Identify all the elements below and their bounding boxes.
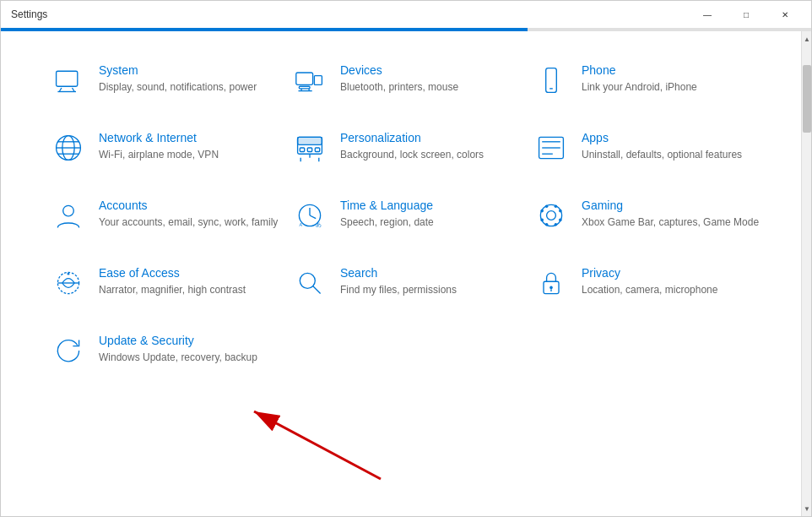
close-button[interactable]: ✕ [766,1,804,28]
network-desc: Wi-Fi, airplane mode, VPN [99,148,284,162]
svg-rect-24 [315,148,319,152]
gaming-icon [534,199,568,232]
svg-point-51 [549,286,553,290]
svg-line-49 [313,286,321,294]
setting-item-privacy[interactable]: Privacy Location, camera, microphone [534,249,776,317]
scroll-up-arrow[interactable]: ▲ [802,31,811,46]
svg-rect-5 [314,76,322,85]
gaming-desc: Xbox Game Bar, captures, Game Mode [582,215,767,230]
accounts-desc: Your accounts, email, sync, work, family [99,215,284,230]
gaming-title: Gaming [582,199,767,212]
scrollbar[interactable]: ▲ ▼ [801,31,811,516]
ease-title: Ease of Access [99,266,284,280]
setting-item-accounts[interactable]: Accounts Your accounts, email, sync, wor… [51,182,293,249]
scroll-down-arrow[interactable]: ▼ [802,501,811,516]
setting-item-network[interactable]: Network & Internet Wi-Fi, airplane mode,… [51,114,293,182]
svg-rect-4 [296,73,313,84]
update-icon [51,334,85,367]
svg-point-35 [540,204,561,226]
network-text: Network & Internet Wi-Fi, airplane mode,… [99,131,284,162]
search-title: Search [340,266,526,280]
svg-line-32 [310,215,316,219]
setting-item-devices[interactable]: Devices Bluetooth, printers, mouse [293,46,534,114]
svg-point-42 [559,219,562,222]
personalization-icon [293,131,327,165]
setting-item-ease[interactable]: Ease of Access Narrator, magnifier, high… [51,249,293,317]
update-text: Update & Security Windows Update, recove… [99,334,284,365]
setting-item-personalization[interactable]: Personalization Background, lock screen,… [293,114,534,182]
ease-icon [51,266,85,300]
setting-item-gaming[interactable]: Gaming Xbox Game Bar, captures, Game Mod… [534,182,776,249]
privacy-icon [534,266,568,300]
time-text: Time & Language Speech, region, date [340,199,526,230]
setting-item-phone[interactable]: Phone Link your Android, iPhone [534,46,776,114]
system-text: System Display, sound, notifications, po… [99,63,284,95]
svg-point-38 [555,204,558,208]
main-area: System Display, sound, notifications, po… [1,31,801,516]
devices-text: Devices Bluetooth, printers, mouse [340,63,526,95]
apps-icon [534,131,568,165]
update-title: Update & Security [99,334,284,347]
window-controls: — □ ✕ [688,1,804,28]
svg-rect-18 [298,137,322,144]
apps-title: Apps [582,131,767,144]
phone-text: Phone Link your Android, iPhone [582,63,767,95]
devices-title: Devices [340,63,526,77]
svg-rect-6 [299,86,310,89]
system-title: System [99,63,284,77]
svg-point-44 [555,223,558,226]
content-area: System Display, sound, notifications, po… [1,31,811,516]
svg-point-40 [559,210,562,213]
accounts-text: Accounts Your accounts, email, sync, wor… [99,199,284,230]
svg-line-2 [73,88,75,92]
svg-point-47 [68,273,70,275]
svg-rect-23 [307,148,311,152]
svg-point-41 [540,219,544,222]
privacy-title: Privacy [582,266,767,280]
setting-item-system[interactable]: System Display, sound, notifications, po… [51,46,293,114]
search-icon [293,266,327,300]
gaming-text: Gaming Xbox Game Bar, captures, Game Mod… [582,199,767,230]
accounts-icon [51,199,85,232]
svg-text:あ: あ [316,220,322,228]
time-desc: Speech, region, date [340,215,526,230]
update-desc: Windows Update, recovery, backup [99,351,284,365]
personalization-text: Personalization Background, lock screen,… [340,131,526,162]
minimize-button[interactable]: — [688,1,727,28]
setting-item-update[interactable]: Update & Security Windows Update, recove… [51,317,293,384]
settings-grid: System Display, sound, notifications, po… [51,40,776,384]
personalization-title: Personalization [340,131,526,144]
apps-text: Apps Uninstall, defaults, optional featu… [582,131,767,162]
phone-title: Phone [582,63,767,77]
setting-item-search[interactable]: Search Find my files, permissions [293,249,534,317]
accounts-title: Accounts [99,199,284,212]
apps-desc: Uninstall, defaults, optional features [582,148,767,162]
ease-text: Ease of Access Narrator, magnifier, high… [99,266,284,297]
devices-desc: Bluetooth, printers, mouse [340,80,526,95]
title-bar: Settings — □ ✕ [1,1,811,28]
personalization-desc: Background, lock screen, colors [340,148,526,162]
svg-text:A: A [299,222,302,227]
time-icon: A あ [293,199,327,232]
privacy-desc: Location, camera, microphone [582,283,767,297]
search-text: Search Find my files, permissions [340,266,526,297]
ease-desc: Narrator, magnifier, high contrast [99,283,284,297]
privacy-text: Privacy Location, camera, microphone [582,266,767,297]
setting-item-time[interactable]: A あ Time & Language Speech, region, date [293,182,534,249]
time-title: Time & Language [340,199,526,212]
svg-point-37 [545,204,549,208]
setting-item-apps[interactable]: Apps Uninstall, defaults, optional featu… [534,114,776,182]
svg-rect-0 [57,71,78,86]
svg-point-29 [63,205,74,216]
network-title: Network & Internet [99,131,284,144]
network-icon [51,131,85,165]
svg-line-1 [59,88,62,92]
devices-icon [293,63,327,97]
search-desc: Find my files, permissions [340,283,526,297]
scrollbar-thumb[interactable] [803,65,811,133]
maximize-button[interactable]: □ [727,1,766,28]
system-desc: Display, sound, notifications, power [99,80,284,95]
svg-point-48 [300,273,315,288]
phone-desc: Link your Android, iPhone [582,80,767,95]
svg-point-36 [547,211,556,220]
